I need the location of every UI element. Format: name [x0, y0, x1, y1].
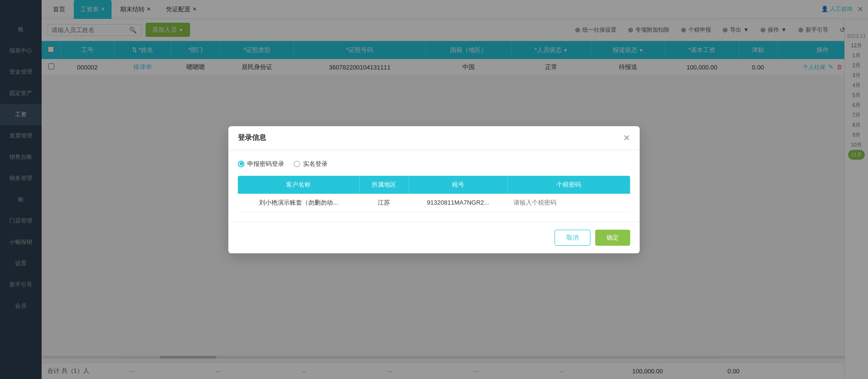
dialog-title: 登录信息: [238, 133, 266, 142]
radio-password-circle: [238, 161, 244, 167]
password-input[interactable]: [513, 199, 625, 206]
dialog-table-row: 刘小艳演示账套（勿删勿动... 江苏 91320811MA7NGR2...: [238, 194, 630, 212]
radio-password-login[interactable]: 申报密码登录: [238, 160, 284, 168]
dialog-cell-taxid: 91320811MA7NGR2...: [408, 194, 508, 212]
dialog-footer: 取消 确定: [228, 222, 640, 253]
radio-group: 申报密码登录 实名登录: [238, 160, 630, 168]
dialog-close-btn[interactable]: ✕: [623, 133, 630, 143]
dialog-overlay: 登录信息 ✕ 申报密码登录 实名登录 客户名称 所属: [0, 0, 868, 379]
dialog-col-region: 所属地区: [359, 176, 408, 194]
confirm-button[interactable]: 确定: [595, 230, 630, 246]
radio-realname-circle: [294, 161, 300, 167]
dialog-cell-region: 江苏: [359, 194, 408, 212]
dialog-body: 申报密码登录 实名登录 客户名称 所属地区 税号 个税密码: [228, 150, 640, 222]
radio-realname-login[interactable]: 实名登录: [294, 160, 328, 168]
dialog-col-taxid: 税号: [408, 176, 508, 194]
login-dialog: 登录信息 ✕ 申报密码登录 实名登录 客户名称 所属: [228, 126, 640, 253]
dialog-cell-name: 刘小艳演示账套（勿删勿动...: [238, 194, 359, 212]
dialog-cell-password[interactable]: [508, 194, 630, 212]
dialog-header: 登录信息 ✕: [228, 126, 640, 150]
dialog-col-name: 客户名称: [238, 176, 359, 194]
cancel-button[interactable]: 取消: [555, 230, 590, 246]
dialog-table: 客户名称 所属地区 税号 个税密码 刘小艳演示账套（勿删勿动... 江苏 913…: [238, 176, 630, 212]
dialog-col-password: 个税密码: [508, 176, 630, 194]
